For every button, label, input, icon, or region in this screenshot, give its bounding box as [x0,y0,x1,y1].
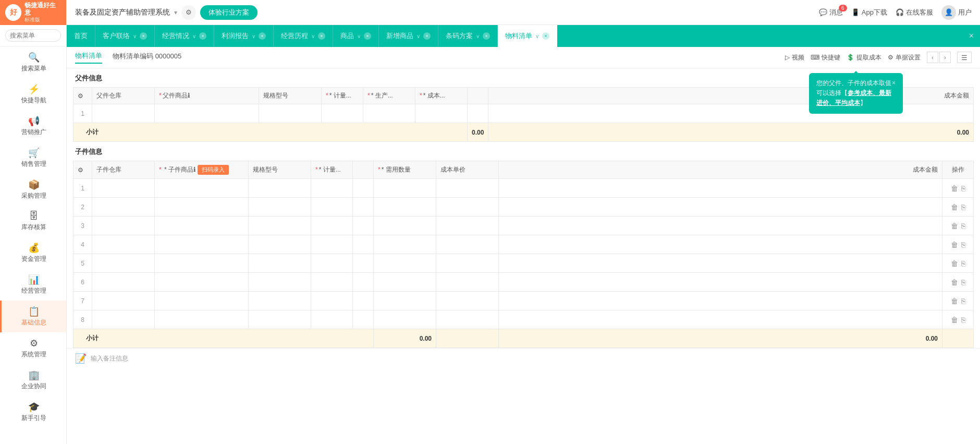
child-col-settings[interactable]: ⚙ [74,161,92,179]
video-btn[interactable]: ▷ 视频 [785,53,804,62]
child-row-3-unit-cost[interactable] [436,217,499,235]
sub-tab-bom-list[interactable]: 物料清单 [75,51,102,64]
sidebar-item-enterprise[interactable]: 🏢 企业协同 [0,364,66,396]
child-row-3-warehouse[interactable] [92,217,155,235]
copy-icon-row6[interactable]: ⎘ [961,278,965,286]
child-row-6-unit[interactable] [311,273,353,292]
child-row-6-warehouse[interactable] [92,273,155,292]
tab-customers[interactable]: 客户联络 ∨ × [95,25,155,47]
child-row-5-spec[interactable] [249,254,311,273]
child-row-1-unit[interactable] [311,179,353,198]
copy-icon-row4[interactable]: ⎘ [961,241,965,249]
child-row-3-cost-amount[interactable] [499,217,942,235]
child-row-5-unit[interactable] [311,254,353,273]
child-row-6-cost-amount[interactable] [499,273,942,292]
child-row-2-warehouse[interactable] [92,198,155,217]
tab-barcode[interactable]: 条码方案 ∨ × [438,25,498,47]
child-row-1-unit-cost[interactable] [436,179,499,198]
child-row-7-spec[interactable] [249,292,311,310]
tab-close-operations[interactable]: × [199,32,206,40]
child-row-2-spec[interactable] [249,198,311,217]
copy-icon-row3[interactable]: ⎘ [961,222,965,230]
child-row-1-quantity[interactable] [374,179,436,198]
child-row-7-quantity[interactable] [374,292,436,310]
delete-icon-row6[interactable]: 🗑 [951,278,958,286]
sidebar-item-operations[interactable]: 📊 经营管理 [0,269,66,301]
copy-icon-row8[interactable]: ⎘ [961,316,965,324]
tab-new-products[interactable]: 新增商品 ∨ × [379,25,438,47]
copy-icon-row1[interactable]: ⎘ [961,184,965,193]
scan-btn[interactable]: 扫码录入 [198,165,229,175]
tab-close-products[interactable]: × [364,32,371,40]
sidebar-item-finance[interactable]: 💰 资金管理 [0,237,66,269]
copy-icon-row5[interactable]: ⎘ [961,259,965,268]
child-row-7-cost-amount[interactable] [499,292,942,310]
parent-row-1-production[interactable] [363,104,415,123]
sidebar-item-guide[interactable]: 🎓 新手引导 [0,396,66,428]
sidebar-item-sales[interactable]: 🛒 销售管理 [0,142,66,174]
copy-icon-row2[interactable]: ⎘ [961,203,965,211]
tab-close-barcode[interactable]: × [483,32,490,40]
next-arrow[interactable]: › [939,52,951,63]
child-row-5-unit-cost[interactable] [436,254,499,273]
tab-products[interactable]: 商品 ∨ × [333,25,379,47]
delete-icon-row4[interactable]: 🗑 [951,241,958,249]
parent-col-settings[interactable]: ⚙ [74,88,92,104]
sidebar-item-inventory[interactable]: 🗄 库存核算 [0,206,66,237]
child-row-8-warehouse[interactable] [92,310,155,329]
child-row-1-warehouse[interactable] [92,179,155,198]
child-row-1-spec[interactable] [249,179,311,198]
doc-settings-btn[interactable]: ⚙ 单据设置 [888,53,921,62]
tab-history[interactable]: 经营历程 ∨ × [274,25,333,47]
child-row-2-cost-amount[interactable] [499,198,942,217]
child-row-6-spec[interactable] [249,273,311,292]
child-row-5-quantity[interactable] [374,254,436,273]
child-row-5-cost-amount[interactable] [499,254,942,273]
delete-icon-row3[interactable]: 🗑 [951,222,958,230]
child-row-4-warehouse[interactable] [92,235,155,254]
child-row-4-unit[interactable] [311,235,353,254]
close-all-tabs[interactable]: × [963,31,980,41]
parent-row-1-warehouse[interactable] [92,104,155,123]
child-row-4-unit-cost[interactable] [436,235,499,254]
child-row-8-spec[interactable] [249,310,311,329]
child-row-3-quantity[interactable] [374,217,436,235]
parent-row-1-unit[interactable] [322,104,363,123]
view-grid-button[interactable]: ☰ [957,52,972,63]
tab-close-customers[interactable]: × [140,32,147,40]
child-row-1-product[interactable] [155,179,249,198]
shortcut-btn[interactable]: ⌨ 快捷键 [811,53,840,62]
tab-close-profit[interactable]: × [259,32,266,40]
child-row-8-quantity[interactable] [374,310,436,329]
message-button[interactable]: 💬 消息 6 [819,8,843,17]
tab-operations[interactable]: 经营情况 ∨ × [155,25,214,47]
child-row-1-cost-amount[interactable] [499,179,942,198]
user-avatar[interactable]: 👤 用户 [941,5,972,20]
parent-row-1-product[interactable] [155,104,259,123]
child-row-7-unit[interactable] [311,292,353,310]
child-row-2-product[interactable] [155,198,249,217]
parent-row-1-cost[interactable] [415,104,468,123]
child-row-3-spec[interactable] [249,217,311,235]
child-row-7-warehouse[interactable] [92,292,155,310]
system-dropdown-arrow[interactable]: ▾ [174,9,177,16]
delete-icon-row5[interactable]: 🗑 [951,259,958,268]
child-row-2-unit[interactable] [311,198,353,217]
copy-icon-row7[interactable]: ⎘ [961,297,965,305]
child-row-5-warehouse[interactable] [92,254,155,273]
tab-home[interactable]: 首页 [67,25,95,47]
tab-close-new-products[interactable]: × [423,32,431,40]
app-download-button[interactable]: 📱 App下载 [851,8,887,17]
child-row-3-unit[interactable] [311,217,353,235]
sub-tab-bom-code[interactable]: 物料清单编码 0000005 [113,52,181,63]
trial-button[interactable]: 体验行业方案 [200,5,258,20]
child-row-4-product[interactable] [155,235,249,254]
delete-icon-row1[interactable]: 🗑 [951,184,958,193]
search-input[interactable] [5,29,61,42]
child-row-4-quantity[interactable] [374,235,436,254]
sidebar-item-marketing[interactable]: 📢 营销推广 [0,110,66,142]
tab-close-bom[interactable]: × [542,32,549,40]
child-row-6-unit-cost[interactable] [436,273,499,292]
child-row-7-unit-cost[interactable] [436,292,499,310]
tab-profit[interactable]: 利润报告 ∨ × [214,25,274,47]
